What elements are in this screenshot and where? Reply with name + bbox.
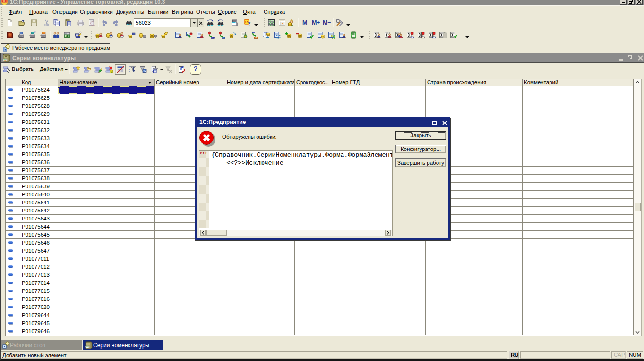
- svg-text:$: $: [66, 34, 68, 38]
- svg-text:?: ?: [248, 20, 251, 26]
- svg-text:%: %: [331, 34, 335, 39]
- svg-text:1С: 1С: [2, 0, 7, 3]
